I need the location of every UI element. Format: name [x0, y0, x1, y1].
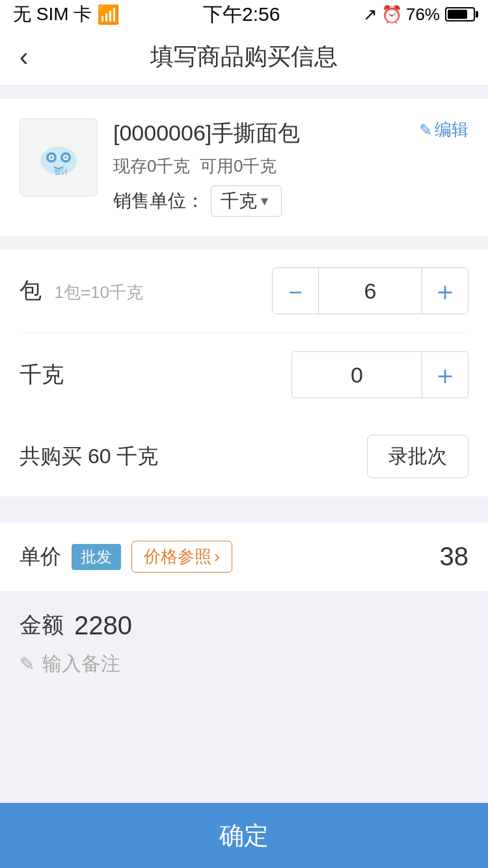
price-ref-button[interactable]: 价格参照 › [131, 541, 232, 573]
price-value: 38 [440, 542, 469, 571]
confirm-button[interactable]: 确定 [0, 803, 488, 868]
pack-quantity-input[interactable] [318, 268, 422, 314]
divider-1 [0, 236, 488, 249]
note-placeholder: 输入备注 [42, 651, 120, 677]
note-row[interactable]: ✎ 输入备注 [20, 651, 468, 677]
edit-icon: ✎ [419, 121, 432, 139]
back-button[interactable]: ‹ [20, 42, 28, 72]
price-tag: 批发 [72, 544, 121, 570]
pack-qty-control: － ＋ [272, 267, 468, 314]
status-left: 无 SIM 卡 📶 [13, 2, 120, 27]
product-card: 智计 [0000006]手撕面包 现存0千克 可用0千克 销售单位： 千克 ✎ … [0, 99, 488, 236]
pack-row: 包 1包=10千克 － ＋ [20, 249, 468, 333]
svg-text:智计: 智计 [54, 168, 68, 176]
amount-value: 2280 [74, 611, 132, 640]
amount-label: 金额 [20, 610, 64, 640]
pack-plus-button[interactable]: ＋ [422, 268, 468, 314]
status-right: ↗ ⏰ 76% [363, 5, 475, 25]
product-unit-row: 销售单位： 千克 [113, 185, 468, 217]
batch-button[interactable]: 录批次 [367, 435, 468, 478]
unit-label: 销售单位： [113, 189, 204, 213]
kg-label: 千克 [20, 360, 291, 390]
nav-bar: ‹ 填写商品购买信息 [0, 29, 488, 86]
battery-percent: 76% [406, 5, 440, 25]
location-icon: ↗ [363, 5, 377, 25]
status-time: 下午2:56 [203, 1, 280, 28]
kg-quantity-input[interactable] [292, 352, 422, 398]
status-bar: 无 SIM 卡 📶 下午2:56 ↗ ⏰ 76% [0, 0, 488, 29]
quantity-section: 包 1包=10千克 － ＋ 千克 ＋ [0, 249, 488, 416]
product-stock: 现存0千克 可用0千克 [113, 155, 468, 178]
divider-2 [0, 496, 488, 509]
price-label: 单价 [20, 543, 61, 571]
product-name: [0000006]手撕面包 [113, 118, 468, 148]
kg-row: 千克 ＋ [20, 333, 468, 416]
price-section: 单价 批发 价格参照 › 38 [0, 522, 488, 591]
unit-dropdown[interactable]: 千克 [211, 185, 282, 217]
kg-qty-control: ＋ [291, 351, 468, 398]
pack-hint: 1包=10千克 [54, 282, 143, 302]
product-info: [0000006]手撕面包 现存0千克 可用0千克 销售单位： 千克 [113, 118, 468, 217]
page-title: 填写商品购买信息 [150, 41, 338, 73]
battery-icon [445, 7, 475, 21]
pack-minus-button[interactable]: － [273, 268, 318, 314]
note-icon: ✎ [20, 653, 34, 675]
edit-button[interactable]: ✎ 编辑 [419, 118, 468, 141]
summary-text: 共购买 60 千克 [20, 442, 158, 471]
carrier-text: 无 SIM 卡 [13, 2, 92, 27]
product-thumbnail: 智计 [20, 118, 98, 197]
pack-label: 包 1包=10千克 [20, 276, 272, 306]
wifi-icon: 📶 [97, 4, 120, 25]
svg-point-6 [64, 156, 67, 159]
summary-section: 共购买 60 千克 录批次 [0, 416, 488, 496]
alarm-icon: ⏰ [381, 5, 402, 25]
amount-row: 金额 2280 [20, 610, 468, 640]
svg-point-5 [50, 156, 53, 159]
price-ref-arrow: › [214, 547, 220, 567]
kg-plus-button[interactable]: ＋ [422, 352, 468, 398]
amount-section: 金额 2280 ✎ 输入备注 [0, 591, 488, 690]
